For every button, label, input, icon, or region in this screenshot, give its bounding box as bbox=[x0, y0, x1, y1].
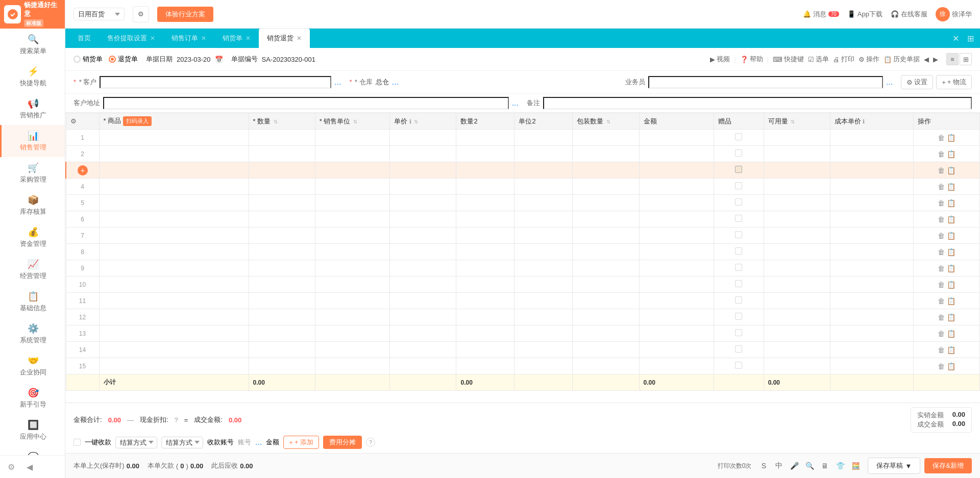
scan-btn[interactable]: 扫码录入 bbox=[123, 116, 152, 126]
unit-cell-1[interactable] bbox=[315, 130, 389, 146]
amount-cell-12[interactable] bbox=[639, 309, 714, 325]
radio-return[interactable]: 退货单 bbox=[109, 55, 138, 64]
product-cell-10[interactable] bbox=[99, 276, 249, 293]
product-cell-11[interactable] bbox=[99, 293, 249, 309]
avail-cell-12[interactable] bbox=[764, 309, 830, 325]
tab-close-icon-2[interactable]: ✕ bbox=[201, 35, 206, 42]
qty2-cell-3[interactable] bbox=[456, 162, 514, 179]
radio-sale-goods[interactable]: 销货单 bbox=[74, 55, 103, 64]
gift-cell-6[interactable] bbox=[714, 211, 764, 228]
product-cell-4[interactable] bbox=[99, 179, 249, 195]
gift-checkbox-12[interactable] bbox=[735, 313, 742, 320]
pack-cell-11[interactable] bbox=[573, 293, 639, 309]
unit2-cell-10[interactable] bbox=[514, 276, 573, 293]
gift-cell-10[interactable] bbox=[714, 276, 764, 293]
gift-checkbox-14[interactable] bbox=[735, 345, 742, 353]
price-cell-3[interactable] bbox=[390, 162, 456, 179]
shortcut-tool[interactable]: ⌨ 快捷键 bbox=[773, 55, 804, 64]
unit2-cell-2[interactable] bbox=[514, 146, 573, 162]
unit2-cell-1[interactable] bbox=[514, 130, 573, 146]
copy-icon-2[interactable]: 📋 bbox=[947, 150, 955, 158]
amount-cell-2[interactable] bbox=[639, 146, 714, 162]
price-cell-1[interactable] bbox=[390, 130, 456, 146]
calendar-icon[interactable]: 📅 bbox=[215, 56, 223, 63]
avail-cell-3[interactable] bbox=[764, 162, 830, 179]
cost-cell-4[interactable] bbox=[830, 179, 913, 195]
copy-icon-12[interactable]: 📋 bbox=[947, 313, 955, 321]
product-cell-1[interactable] bbox=[99, 130, 249, 146]
copy-icon-7[interactable]: 📋 bbox=[947, 232, 955, 240]
warehouse-dots-btn[interactable]: ... bbox=[392, 78, 399, 87]
qty-cell-11[interactable] bbox=[249, 293, 315, 309]
qty2-cell-11[interactable] bbox=[456, 293, 514, 309]
unit2-cell-6[interactable] bbox=[514, 211, 573, 228]
sidebar-item-finance[interactable]: 💰 资金管理 bbox=[0, 221, 65, 254]
sidebar-item-inventory[interactable]: 📦 库存核算 bbox=[0, 189, 65, 221]
expense-help-btn[interactable]: ? bbox=[366, 438, 375, 447]
gift-cell-8[interactable] bbox=[714, 244, 764, 260]
delete-icon-15[interactable]: 🗑 bbox=[938, 362, 945, 370]
taskbar-icon-4[interactable]: 🔍 bbox=[803, 460, 816, 472]
delete-icon-9[interactable]: 🗑 bbox=[938, 264, 945, 272]
video-tool[interactable]: ▶ 视频 bbox=[710, 55, 730, 64]
avail-cell-1[interactable] bbox=[764, 130, 830, 146]
pack-cell-9[interactable] bbox=[573, 260, 639, 276]
unit-cell-9[interactable] bbox=[315, 260, 389, 276]
add-payment-btn[interactable]: + + 添加 bbox=[283, 436, 319, 449]
gift-checkbox-9[interactable] bbox=[735, 264, 742, 271]
pack-cell-10[interactable] bbox=[573, 276, 639, 293]
unit-cell-3[interactable] bbox=[315, 162, 389, 179]
gift-cell-5[interactable] bbox=[714, 195, 764, 211]
customer-input[interactable] bbox=[100, 76, 331, 88]
gift-cell-15[interactable] bbox=[714, 358, 764, 374]
taskbar-icon-7[interactable]: 🧮 bbox=[849, 460, 862, 472]
cost-cell-1[interactable] bbox=[830, 130, 913, 146]
pack-cell-8[interactable] bbox=[573, 244, 639, 260]
cost-cell-2[interactable] bbox=[830, 146, 913, 162]
avail-cell-4[interactable] bbox=[764, 179, 830, 195]
qty-cell-2[interactable] bbox=[249, 146, 315, 162]
sort-avail-icon[interactable]: ⇅ bbox=[791, 119, 795, 124]
unit-cell-4[interactable] bbox=[315, 179, 389, 195]
sidebar-item-guide[interactable]: 🎯 新手引导 bbox=[0, 382, 65, 414]
pack-cell-15[interactable] bbox=[573, 358, 639, 374]
qty-cell-9[interactable] bbox=[249, 260, 315, 276]
product-cell-7[interactable] bbox=[99, 228, 249, 244]
gift-cell-12[interactable] bbox=[714, 309, 764, 325]
delete-icon-12[interactable]: 🗑 bbox=[938, 313, 945, 321]
industry-select[interactable]: 日用百货 bbox=[74, 8, 125, 20]
copy-icon-1[interactable]: 📋 bbox=[947, 134, 955, 142]
pack-cell-4[interactable] bbox=[573, 179, 639, 195]
tab-close-icon[interactable]: ✕ bbox=[150, 35, 155, 42]
grid-view-btn[interactable]: ⊞ bbox=[960, 53, 972, 65]
price-cell-12[interactable] bbox=[390, 309, 456, 325]
unit-cell-10[interactable] bbox=[315, 276, 389, 293]
address-input[interactable] bbox=[103, 97, 509, 109]
tab-sale-goods[interactable]: 销货单 ✕ bbox=[214, 29, 259, 48]
discount-help-icon[interactable]: ? bbox=[175, 416, 178, 424]
online-service-item[interactable]: 🎧 在线客服 bbox=[891, 10, 927, 19]
price-cell-7[interactable] bbox=[390, 228, 456, 244]
sort-price-icon[interactable]: ⇅ bbox=[414, 119, 418, 124]
unit-cell-8[interactable] bbox=[315, 244, 389, 260]
sort-unit-icon[interactable]: ⇅ bbox=[353, 119, 357, 124]
settings-button[interactable]: ⚙ 设置 bbox=[901, 75, 933, 89]
sidebar-item-operations[interactable]: 📈 经营管理 bbox=[0, 254, 65, 286]
avail-cell-5[interactable] bbox=[764, 195, 830, 211]
one-click-pay-checkbox[interactable] bbox=[74, 439, 81, 446]
unit-cell-6[interactable] bbox=[315, 211, 389, 228]
pack-cell-7[interactable] bbox=[573, 228, 639, 244]
product-cell-9[interactable] bbox=[99, 260, 249, 276]
price-cell-8[interactable] bbox=[390, 244, 456, 260]
amount-cell-13[interactable] bbox=[639, 325, 714, 342]
delete-icon-11[interactable]: 🗑 bbox=[938, 297, 945, 305]
gift-cell-11[interactable] bbox=[714, 293, 764, 309]
qty-cell-10[interactable] bbox=[249, 276, 315, 293]
qty2-cell-13[interactable] bbox=[456, 325, 514, 342]
amount-cell-10[interactable] bbox=[639, 276, 714, 293]
product-cell-15[interactable] bbox=[99, 358, 249, 374]
sidebar-item-apps[interactable]: 🔲 应用中心 bbox=[0, 414, 65, 446]
unit2-cell-14[interactable] bbox=[514, 342, 573, 358]
delete-icon-13[interactable]: 🗑 bbox=[938, 330, 945, 338]
qty2-cell-4[interactable] bbox=[456, 179, 514, 195]
